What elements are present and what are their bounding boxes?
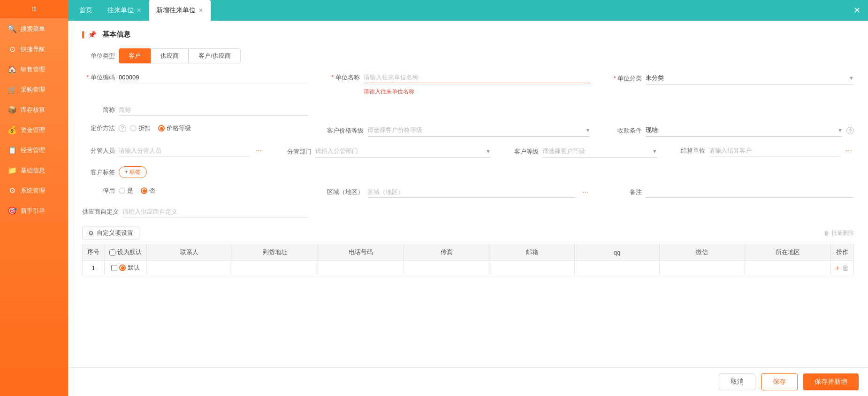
- row-qq[interactable]: [574, 261, 659, 275]
- sidebar-item-operations[interactable]: 📋 经营管理: [0, 140, 68, 160]
- customer-level-field: 客户等级 请选择客户等级 ▼: [506, 145, 657, 158]
- disabled-yes-label: 是: [127, 186, 133, 195]
- pricing-help-icon[interactable]: ?: [119, 124, 126, 132]
- col-no: 序号: [83, 244, 105, 261]
- sidebar-item-purchase[interactable]: 🛒 采购管理: [0, 79, 68, 100]
- row-email[interactable]: [489, 261, 575, 275]
- batch-delete-button[interactable]: 🗑 批量删除: [824, 229, 854, 237]
- row-address[interactable]: [232, 261, 318, 275]
- sidebar-item-sales[interactable]: 🏠 销售管理: [0, 59, 68, 79]
- col-fax: 传真: [404, 244, 489, 261]
- region-input[interactable]: [367, 186, 577, 198]
- gear-icon: ⚙: [8, 186, 17, 195]
- row-region-input[interactable]: [750, 264, 826, 272]
- customer-price-level-select[interactable]: 请选择客户价格等级 ▼: [367, 124, 591, 137]
- sidebar-item-newguide-label: 新手引导: [21, 207, 45, 215]
- tab-partners[interactable]: 往来单位 ✕: [100, 0, 149, 21]
- custom-settings-label: 自定义项设置: [97, 229, 133, 237]
- sidebar-item-newguide[interactable]: 🎯 新手引导: [0, 201, 68, 221]
- customer-price-level-label: 客户价格等级: [327, 126, 364, 135]
- delete-row-button[interactable]: 🗑: [842, 264, 849, 272]
- manager-more-icon[interactable]: ···: [254, 147, 264, 155]
- sidebar-logo: 顶: [0, 0, 68, 19]
- region-more-icon[interactable]: ···: [580, 188, 590, 196]
- supplier-custom-input[interactable]: [122, 206, 308, 217]
- unit-btn-supplier[interactable]: 供应商: [151, 48, 189, 63]
- select-all-checkbox[interactable]: [109, 249, 115, 256]
- settlement-input[interactable]: [709, 145, 840, 156]
- custom-settings-button[interactable]: ⚙ 自定义项设置: [82, 226, 139, 240]
- fax-input[interactable]: [409, 264, 484, 272]
- unit-name-input[interactable]: [364, 72, 591, 83]
- disabled-radio-yes[interactable]: 是: [119, 186, 133, 195]
- save-and-new-button[interactable]: 保存并新增: [803, 373, 859, 390]
- customer-level-select[interactable]: 请选择客户等级 ▼: [542, 145, 657, 158]
- disabled-radio-no[interactable]: 否: [141, 186, 155, 195]
- sidebar-item-search[interactable]: 🔍 搜索菜单: [0, 19, 68, 39]
- department-select[interactable]: 请输入分管部门 ▼: [315, 145, 491, 158]
- wechat-input[interactable]: [664, 264, 740, 272]
- default-label: 默认: [128, 264, 140, 272]
- add-tag-label: + 标签: [125, 168, 141, 176]
- tab-new-partner-close[interactable]: ✕: [198, 7, 203, 14]
- tab-home[interactable]: 首页: [72, 0, 100, 21]
- nav-icon: ⊙: [8, 45, 17, 54]
- cancel-button[interactable]: 取消: [719, 373, 755, 390]
- row-fax[interactable]: [404, 261, 489, 275]
- add-tag-button[interactable]: + 标签: [119, 166, 147, 178]
- pricing-radio-discount[interactable]: 折扣: [130, 124, 151, 132]
- sidebar-item-system[interactable]: ⚙ 系统管理: [0, 180, 68, 201]
- tab-new-partner-label: 新增往来单位: [156, 6, 196, 15]
- save-button[interactable]: 保存: [761, 373, 798, 390]
- tab-bar: 首页 往来单位 ✕ 新增往来单位 ✕ ✕: [68, 0, 868, 21]
- payment-help-icon[interactable]: ?: [846, 127, 854, 134]
- sidebar-item-basicinfo[interactable]: 📁 基础信息: [0, 160, 68, 180]
- row-region[interactable]: [745, 261, 830, 275]
- shortname-input[interactable]: [119, 104, 308, 116]
- tab-close-all[interactable]: ✕: [850, 5, 864, 16]
- phone-input[interactable]: [323, 264, 399, 272]
- manager-input[interactable]: [119, 145, 250, 156]
- box-icon: 📦: [8, 105, 17, 114]
- sidebar-item-inventory-label: 库存核算: [21, 106, 45, 114]
- footer: 取消 保存 保存并新增: [68, 367, 868, 396]
- default-radio[interactable]: 默认: [119, 264, 140, 272]
- unit-type-row: 单位类型 客户 供应商 客户/供应商: [82, 48, 854, 63]
- remarks-field: 备注: [609, 186, 854, 198]
- pricing-radio-level[interactable]: 价格等级: [158, 124, 191, 132]
- email-input[interactable]: [494, 264, 570, 272]
- sidebar-item-inventory[interactable]: 📦 库存核算: [0, 100, 68, 120]
- main-area: 首页 往来单位 ✕ 新增往来单位 ✕ ✕ 📌 基本信息 单位类型 客户 供应商: [68, 0, 868, 396]
- col-qq: qq: [574, 244, 659, 261]
- delete-icon: 🗑: [824, 230, 830, 236]
- tab-partners-close[interactable]: ✕: [137, 7, 141, 14]
- sidebar-item-quicknav[interactable]: ⊙ 快捷导航: [0, 39, 68, 59]
- row-wechat[interactable]: [660, 261, 745, 275]
- unit-code-label: 单位编码: [82, 73, 115, 82]
- unit-btn-customer[interactable]: 客户: [119, 48, 151, 63]
- unit-category-select[interactable]: 未分类 ▼: [646, 72, 854, 85]
- qq-input[interactable]: [579, 264, 655, 272]
- settlement-more-icon[interactable]: ···: [844, 147, 854, 155]
- cart-icon: 🛒: [8, 85, 17, 94]
- radio-discount-circle: [130, 125, 137, 132]
- contact-input[interactable]: [152, 264, 227, 272]
- row-actions: + 🗑: [830, 261, 853, 275]
- col-email: 邮箱: [489, 244, 575, 261]
- tab-new-partner[interactable]: 新增往来单位 ✕: [149, 0, 211, 21]
- remarks-input[interactable]: [646, 186, 854, 198]
- unit-code-input[interactable]: [119, 72, 308, 83]
- sidebar-item-operations-label: 经营管理: [21, 146, 45, 155]
- unit-btn-both[interactable]: 客户/供应商: [189, 48, 241, 63]
- row-phone[interactable]: [318, 261, 404, 275]
- row-default: 默认: [105, 261, 147, 275]
- sidebar-item-finance[interactable]: 💰 资金管理: [0, 120, 68, 140]
- add-row-button[interactable]: +: [836, 264, 839, 272]
- payment-terms-select[interactable]: 现结 ▼: [646, 124, 843, 137]
- unit-category-value: 未分类: [646, 74, 847, 82]
- row-checkbox[interactable]: [111, 265, 117, 271]
- row-contact[interactable]: [147, 261, 232, 275]
- pin-icon: 📌: [88, 31, 97, 39]
- address-input[interactable]: [237, 264, 313, 272]
- col-action: 操作: [830, 244, 853, 261]
